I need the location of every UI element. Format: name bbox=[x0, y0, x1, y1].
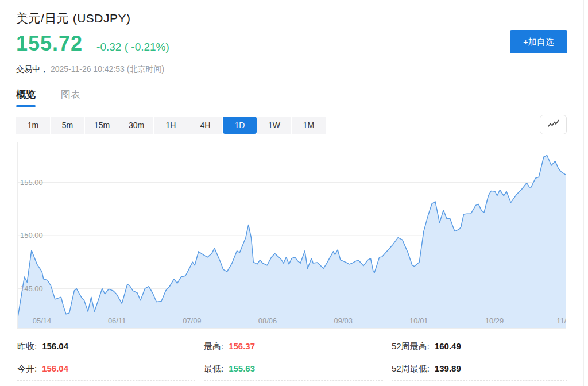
stat-low: 最低: 155.63 bbox=[204, 358, 383, 381]
timeframe-15m[interactable]: 15m bbox=[85, 117, 119, 134]
stat-52wk-low: 52周最低: 139.89 bbox=[392, 358, 567, 381]
stat-value: 155.63 bbox=[229, 364, 255, 373]
svg-text:05/14: 05/14 bbox=[33, 316, 51, 325]
stat-label: 今开: bbox=[17, 364, 37, 375]
svg-text:10/01: 10/01 bbox=[409, 316, 428, 325]
stat-prev-close: 昨收: 156.04 bbox=[17, 336, 195, 358]
timeframe-30m[interactable]: 30m bbox=[119, 117, 153, 134]
stat-open: 今开: 156.04 bbox=[17, 358, 195, 381]
svg-text:150.00: 150.00 bbox=[20, 231, 43, 240]
stat-label: 最低: bbox=[204, 364, 223, 375]
timeframe-1m-month[interactable]: 1M bbox=[292, 117, 326, 134]
advanced-chart-button[interactable] bbox=[540, 115, 567, 134]
stat-value: 156.37 bbox=[229, 341, 255, 351]
add-watchlist-button[interactable]: +加自选 bbox=[510, 30, 567, 53]
trading-status: 交易中， 2025-11-26 10:42:53 (北京时间) bbox=[16, 64, 164, 75]
svg-text:11/26: 11/26 bbox=[556, 316, 566, 325]
price-chart-container: 155.00150.00145.0005/1406/1107/0908/0609… bbox=[17, 142, 566, 329]
stat-high: 最高: 156.37 bbox=[204, 336, 383, 358]
svg-text:09/03: 09/03 bbox=[334, 316, 352, 325]
page-title: 美元/日元 (USDJPY) bbox=[16, 10, 131, 26]
stat-label: 最高: bbox=[204, 341, 223, 352]
timeframe-1h[interactable]: 1H bbox=[154, 117, 188, 134]
quote-timestamp: 2025-11-26 10:42:53 (北京时间) bbox=[51, 64, 164, 74]
quote-stats: 昨收: 156.04 最高: 156.37 52周最高: 160.49 今开: … bbox=[17, 336, 567, 381]
timeframe-selector: 1m 5m 15m 30m 1H 4H 1D 1W 1M bbox=[16, 117, 326, 134]
stat-label: 52周最高: bbox=[392, 341, 430, 352]
stat-value: 139.89 bbox=[435, 364, 461, 373]
svg-text:155.00: 155.00 bbox=[20, 178, 43, 187]
tab-overview[interactable]: 概览 bbox=[16, 88, 36, 107]
trading-status-label: 交易中， bbox=[16, 64, 48, 74]
stat-value: 156.04 bbox=[42, 364, 68, 373]
svg-text:06/11: 06/11 bbox=[108, 316, 126, 325]
price-chart[interactable]: 155.00150.00145.0005/1406/1107/0908/0609… bbox=[18, 142, 566, 328]
stat-label: 昨收: bbox=[17, 341, 37, 352]
price-change: -0.32 ( -0.21%) bbox=[96, 41, 169, 53]
timeframe-1w[interactable]: 1W bbox=[257, 117, 291, 134]
current-price: 155.72 bbox=[16, 32, 83, 56]
view-tabs: 概览 图表 bbox=[16, 88, 80, 107]
stat-value: 160.49 bbox=[435, 341, 461, 351]
stat-52wk-high: 52周最高: 160.49 bbox=[392, 336, 567, 358]
stat-label: 52周最低: bbox=[392, 364, 430, 375]
timeframe-1m[interactable]: 1m bbox=[16, 117, 50, 134]
line-chart-icon bbox=[547, 119, 560, 130]
svg-text:08/06: 08/06 bbox=[258, 316, 277, 325]
timeframe-5m[interactable]: 5m bbox=[51, 117, 84, 134]
timeframe-4h[interactable]: 4H bbox=[188, 117, 222, 134]
svg-text:10/29: 10/29 bbox=[485, 316, 504, 325]
svg-text:145.00: 145.00 bbox=[20, 284, 43, 293]
price-row: 155.72 -0.32 ( -0.21%) bbox=[16, 32, 169, 56]
timeframe-1d[interactable]: 1D bbox=[223, 117, 257, 134]
svg-text:07/09: 07/09 bbox=[183, 316, 201, 325]
stat-value: 156.04 bbox=[42, 341, 68, 351]
page-right-edge bbox=[583, 0, 584, 386]
tab-chart[interactable]: 图表 bbox=[61, 88, 80, 107]
